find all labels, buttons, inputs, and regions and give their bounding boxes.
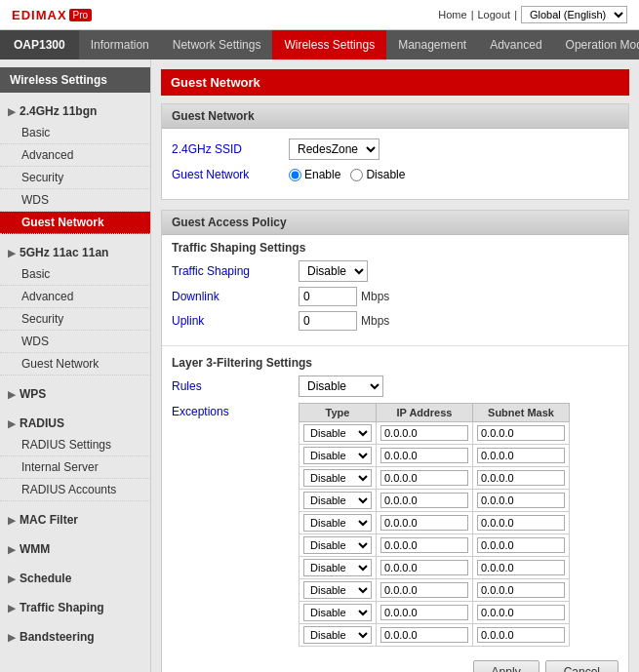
exception-type-select[interactable]: DisableEnable xyxy=(303,559,372,576)
ssid-row: 2.4GHz SSID RedesZone xyxy=(172,138,619,160)
enable-radio-label[interactable]: Enable xyxy=(289,168,340,181)
exception-type-select[interactable]: DisableEnable xyxy=(303,514,372,532)
sidebar-section-radius: ▶ RADIUS RADIUS Settings Internal Server… xyxy=(0,409,150,505)
arrow-icon-wps: ▶ xyxy=(8,389,16,400)
ssid-select[interactable]: RedesZone xyxy=(289,138,379,160)
exception-type-select[interactable]: DisableEnable xyxy=(303,581,372,599)
exception-type-select[interactable]: DisableEnable xyxy=(303,447,372,464)
exception-ip-input[interactable] xyxy=(380,448,468,463)
exception-ip-input[interactable] xyxy=(380,605,468,620)
exception-type-select[interactable]: DisableEnable xyxy=(303,626,372,644)
sidebar-section-header-mac-filter[interactable]: ▶ MAC Filter xyxy=(0,509,150,531)
exception-ip-input[interactable] xyxy=(380,470,468,486)
exception-ip-input[interactable] xyxy=(380,515,468,531)
sidebar-section-header-24ghz[interactable]: ▶ 2.4GHz 11bgn xyxy=(0,100,150,122)
exception-subnet-cell xyxy=(473,512,570,534)
traffic-shaping-label: Traffic Shaping xyxy=(172,264,299,278)
top-header: EDIMAX Pro Home | Logout | Global (Engli… xyxy=(0,0,639,30)
arrow-icon-bandsteering: ▶ xyxy=(8,632,16,643)
exception-ip-input[interactable] xyxy=(380,560,468,575)
exception-subnet-input[interactable] xyxy=(477,582,565,598)
sidebar-section-header-wps[interactable]: ▶ WPS xyxy=(0,383,150,405)
disable-radio[interactable] xyxy=(350,169,363,181)
exception-subnet-cell xyxy=(473,467,570,490)
sidebar-item-guest-network-24[interactable]: Guest Network xyxy=(0,212,150,234)
exception-subnet-cell xyxy=(473,534,570,557)
sidebar-section-header-5ghz[interactable]: ▶ 5GHz 11ac 11an xyxy=(0,242,150,263)
exception-type-select[interactable]: DisableEnable xyxy=(303,424,372,442)
sidebar-section-24ghz: ▶ 2.4GHz 11bgn Basic Advanced Security W… xyxy=(0,97,150,238)
exception-subnet-input[interactable] xyxy=(477,537,565,553)
sidebar-item-security-24[interactable]: Security xyxy=(0,167,150,189)
rules-select[interactable]: Disable Enable xyxy=(299,376,383,397)
sidebar-item-basic-5[interactable]: Basic xyxy=(0,263,150,286)
home-link[interactable]: Home xyxy=(438,9,466,20)
button-row: Apply Cancel xyxy=(162,652,628,672)
table-row: DisableEnable xyxy=(300,624,570,647)
sidebar-item-security-5[interactable]: Security xyxy=(0,308,150,331)
nav-item-information[interactable]: Information xyxy=(79,30,161,59)
main-nav: OAP1300 Information Network Settings Wir… xyxy=(0,30,639,59)
traffic-shaping-settings: Traffic Shaping Settings Traffic Shaping… xyxy=(162,235,628,341)
disable-radio-label[interactable]: Disable xyxy=(350,168,405,181)
logout-link[interactable]: Logout xyxy=(477,9,510,20)
sidebar-item-radius-settings[interactable]: RADIUS Settings xyxy=(0,434,150,456)
sidebar-section-header-wmm[interactable]: ▶ WMM xyxy=(0,538,150,560)
downlink-input[interactable] xyxy=(299,287,357,306)
sidebar-item-basic-24[interactable]: Basic xyxy=(0,122,150,144)
sidebar-section-header-radius[interactable]: ▶ RADIUS xyxy=(0,413,150,434)
layer3-title: Layer 3-Filtering Settings xyxy=(172,356,619,370)
exception-type-select[interactable]: DisableEnable xyxy=(303,469,372,487)
language-select[interactable]: Global (English) xyxy=(521,6,627,23)
ssid-value: RedesZone xyxy=(289,138,379,160)
nav-item-operation-mode[interactable]: Operation Mode xyxy=(554,30,639,59)
sidebar-item-advanced-5[interactable]: Advanced xyxy=(0,286,150,308)
sidebar-item-internal-server[interactable]: Internal Server xyxy=(0,456,150,479)
exception-ip-input[interactable] xyxy=(380,493,468,508)
sidebar-section-header-bandsteering[interactable]: ▶ Bandsteering xyxy=(0,626,150,648)
exception-subnet-input[interactable] xyxy=(477,627,565,643)
exception-type-select[interactable]: DisableEnable xyxy=(303,492,372,509)
sidebar-item-guest-network-5[interactable]: Guest Network xyxy=(0,353,150,376)
downlink-unit: Mbps xyxy=(361,290,389,303)
main-content: Guest Network Guest Network 2.4GHz SSID … xyxy=(151,59,639,672)
sidebar-item-radius-accounts[interactable]: RADIUS Accounts xyxy=(0,479,150,501)
sidebar-section-label-24ghz: 2.4GHz 11bgn xyxy=(20,104,97,118)
access-policy-header: Guest Access Policy xyxy=(162,211,628,235)
exception-type-select[interactable]: DisableEnable xyxy=(303,536,372,554)
sidebar-item-wds-24[interactable]: WDS xyxy=(0,189,150,212)
exception-ip-input[interactable] xyxy=(380,425,468,441)
enable-radio[interactable] xyxy=(289,169,301,181)
cancel-button[interactable]: Cancel xyxy=(545,660,619,672)
sidebar-section-header-traffic-shaping[interactable]: ▶ Traffic Shaping xyxy=(0,597,150,618)
exception-subnet-input[interactable] xyxy=(477,470,565,486)
nav-item-management[interactable]: Management xyxy=(386,30,478,59)
exception-type-cell: DisableEnable xyxy=(300,579,377,602)
exception-ip-cell xyxy=(377,445,473,467)
sidebar-item-wds-5[interactable]: WDS xyxy=(0,331,150,353)
exception-ip-input[interactable] xyxy=(380,627,468,643)
nav-item-wireless-settings[interactable]: Wireless Settings xyxy=(272,30,386,59)
logo-pro: Pro xyxy=(69,9,93,21)
exception-subnet-input[interactable] xyxy=(477,493,565,508)
traffic-shaping-title: Traffic Shaping Settings xyxy=(172,241,619,255)
arrow-icon-5ghz: ▶ xyxy=(8,248,16,258)
exception-ip-cell xyxy=(377,422,473,445)
exception-subnet-input[interactable] xyxy=(477,560,565,575)
nav-item-network-settings[interactable]: Network Settings xyxy=(161,30,273,59)
traffic-shaping-select[interactable]: Disable Enable xyxy=(299,260,368,282)
nav-item-advanced[interactable]: Advanced xyxy=(478,30,553,59)
sidebar-section-header-schedule[interactable]: ▶ Schedule xyxy=(0,568,150,589)
uplink-input[interactable] xyxy=(299,311,357,331)
traffic-shaping-row: Traffic Shaping Disable Enable xyxy=(172,260,619,282)
exception-subnet-input[interactable] xyxy=(477,448,565,463)
sidebar-item-advanced-24[interactable]: Advanced xyxy=(0,144,150,167)
exception-subnet-input[interactable] xyxy=(477,605,565,620)
exception-ip-input[interactable] xyxy=(380,582,468,598)
exception-subnet-input[interactable] xyxy=(477,515,565,531)
exception-ip-input[interactable] xyxy=(380,537,468,553)
exception-subnet-input[interactable] xyxy=(477,425,565,441)
apply-button[interactable]: Apply xyxy=(473,660,539,672)
enable-radio-text: Enable xyxy=(304,168,340,181)
exception-type-select[interactable]: DisableEnable xyxy=(303,604,372,621)
